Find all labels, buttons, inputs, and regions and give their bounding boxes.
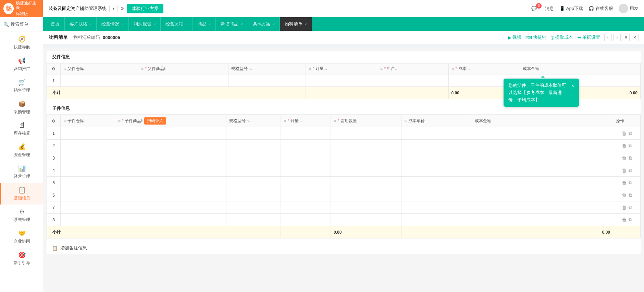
tab-operations[interactable]: 经营情况× bbox=[97, 17, 128, 31]
child-goods-6[interactable] bbox=[115, 189, 226, 201]
child-qty-8[interactable] bbox=[281, 214, 331, 226]
search-menu-button[interactable]: 🔍 搜索菜单 bbox=[3, 20, 39, 29]
child-spec-4[interactable] bbox=[226, 164, 281, 177]
child-required-qty-1[interactable] bbox=[331, 127, 401, 140]
sidebar-item-finance[interactable]: 💰资金管理 bbox=[0, 140, 43, 161]
sidebar-item-enterprise[interactable]: 🤝企业协同 bbox=[0, 226, 43, 248]
child-unit-cost-3[interactable] bbox=[401, 152, 472, 164]
sidebar-item-sales[interactable]: 🛒销售管理 bbox=[0, 75, 43, 97]
child-cost-amount-4[interactable] bbox=[472, 164, 613, 177]
child-required-qty-3[interactable] bbox=[331, 152, 401, 164]
app-download-btn[interactable]: 📱 App下载 bbox=[559, 5, 583, 12]
delete-icon-3[interactable]: 🗑 bbox=[622, 155, 627, 161]
child-required-qty-7[interactable] bbox=[331, 201, 401, 214]
parent-warehouse-1[interactable] bbox=[61, 74, 138, 87]
child-unit-cost-8[interactable] bbox=[401, 214, 472, 226]
message-btn[interactable]: 💬 6 消息 bbox=[531, 5, 554, 12]
child-cost-amount-1[interactable] bbox=[472, 127, 613, 140]
child-warehouse-6[interactable] bbox=[61, 189, 115, 201]
child-qty-3[interactable] bbox=[281, 152, 331, 164]
child-qty-1[interactable] bbox=[281, 127, 331, 140]
tab-history[interactable]: 经营历程× bbox=[161, 17, 193, 31]
user-area[interactable]: 用友 bbox=[619, 4, 639, 13]
child-goods-1[interactable] bbox=[115, 127, 226, 140]
child-cost-amount-5[interactable] bbox=[472, 177, 613, 189]
tab-home[interactable]: 首页 bbox=[46, 17, 65, 31]
child-goods-4[interactable] bbox=[115, 164, 226, 177]
copy-icon-6[interactable]: ⧉ bbox=[629, 192, 632, 198]
tab-close-barcode[interactable]: × bbox=[273, 22, 275, 26]
child-goods-3[interactable] bbox=[115, 152, 226, 164]
next-page-btn[interactable]: › bbox=[613, 34, 621, 41]
child-spec-1[interactable] bbox=[226, 127, 281, 140]
tab-barcode[interactable]: 条码方案× bbox=[248, 17, 280, 31]
delete-icon-1[interactable]: 🗑 bbox=[622, 131, 627, 136]
extract-cost-btn[interactable]: ◎ 提取成本 bbox=[550, 34, 573, 40]
copy-icon-7[interactable]: ⧉ bbox=[629, 205, 632, 210]
tab-close-bom[interactable]: × bbox=[305, 22, 307, 26]
tab-profit[interactable]: 利润报告× bbox=[129, 17, 161, 31]
child-required-qty-4[interactable] bbox=[331, 164, 401, 177]
single-setting-btn[interactable]: ☰ 单据设置 bbox=[577, 34, 600, 40]
child-goods-8[interactable] bbox=[115, 214, 226, 226]
copy-icon-8[interactable]: ⧉ bbox=[629, 217, 632, 223]
child-spec-2[interactable] bbox=[226, 140, 281, 152]
copy-icon-1[interactable]: ⧉ bbox=[629, 130, 632, 136]
child-warehouse-8[interactable] bbox=[61, 214, 115, 226]
child-goods-5[interactable] bbox=[115, 177, 226, 189]
menu-btn[interactable]: ≡ bbox=[622, 34, 630, 41]
online-service-btn[interactable]: 🎧 在线客服 bbox=[589, 5, 613, 12]
sidebar-item-basic_info[interactable]: 📋基础信息 bbox=[0, 183, 43, 205]
tab-close-history[interactable]: × bbox=[185, 22, 187, 26]
copy-icon-5[interactable]: ⧉ bbox=[629, 180, 632, 186]
child-spec-6[interactable] bbox=[226, 189, 281, 201]
dropdown-btn[interactable]: ▾ bbox=[109, 5, 117, 12]
view-btn[interactable]: ▶ 视频 bbox=[508, 34, 521, 40]
child-warehouse-3[interactable] bbox=[61, 152, 115, 164]
child-cost-amount-2[interactable] bbox=[472, 140, 613, 152]
child-col-setting[interactable]: ⚙ bbox=[47, 115, 61, 127]
child-goods-7[interactable] bbox=[115, 201, 226, 214]
close-page-btn[interactable]: ✕ bbox=[631, 34, 639, 41]
tab-new_goods[interactable]: 新增商品× bbox=[216, 17, 248, 31]
delete-icon-8[interactable]: 🗑 bbox=[622, 217, 627, 223]
settings-icon[interactable]: ⚙ bbox=[120, 6, 124, 11]
delete-icon-2[interactable]: 🗑 bbox=[622, 143, 627, 149]
copy-icon-2[interactable]: ⧉ bbox=[629, 143, 632, 149]
child-goods-2[interactable] bbox=[115, 140, 226, 152]
child-required-qty-5[interactable] bbox=[331, 177, 401, 189]
tab-goods[interactable]: 商品× bbox=[193, 17, 216, 31]
parent-spec-1[interactable] bbox=[228, 74, 306, 87]
bottom-tab[interactable]: 📋 增加备注信息 bbox=[47, 242, 641, 254]
delete-icon-4[interactable]: 🗑 bbox=[622, 168, 627, 173]
tab-close-customer[interactable]: × bbox=[89, 22, 91, 26]
delete-icon-6[interactable]: 🗑 bbox=[622, 192, 627, 198]
tab-close-new_goods[interactable]: × bbox=[240, 22, 243, 26]
tab-close-goods[interactable]: × bbox=[209, 22, 211, 26]
sidebar-item-purchase[interactable]: 📦采购管理 bbox=[0, 97, 43, 118]
child-warehouse-7[interactable] bbox=[61, 201, 115, 214]
child-warehouse-2[interactable] bbox=[61, 140, 115, 152]
child-qty-4[interactable] bbox=[281, 164, 331, 177]
child-cost-amount-8[interactable] bbox=[472, 214, 613, 226]
child-required-qty-6[interactable] bbox=[331, 189, 401, 201]
trial-button[interactable]: 体验行业方案 bbox=[127, 4, 163, 13]
parent-col-setting[interactable]: ⚙ bbox=[47, 63, 61, 74]
child-cost-amount-6[interactable] bbox=[472, 189, 613, 201]
child-spec-8[interactable] bbox=[226, 214, 281, 226]
child-cost-amount-7[interactable] bbox=[472, 201, 613, 214]
child-unit-cost-4[interactable] bbox=[401, 164, 472, 177]
sidebar-item-operations_mgmt[interactable]: 📊经营管理 bbox=[0, 161, 43, 183]
child-required-qty-8[interactable] bbox=[331, 214, 401, 226]
child-spec-7[interactable] bbox=[226, 201, 281, 214]
child-spec-3[interactable] bbox=[226, 152, 281, 164]
sidebar-item-inventory[interactable]: 🗄库存核算 bbox=[0, 118, 43, 140]
parent-qty-1[interactable] bbox=[306, 74, 377, 87]
parent-goods-1[interactable] bbox=[138, 74, 228, 87]
child-qty-2[interactable] bbox=[281, 140, 331, 152]
child-unit-cost-6[interactable] bbox=[401, 189, 472, 201]
delete-icon-7[interactable]: 🗑 bbox=[622, 205, 627, 210]
child-unit-cost-5[interactable] bbox=[401, 177, 472, 189]
child-warehouse-5[interactable] bbox=[61, 177, 115, 189]
tab-bom[interactable]: 物料清单× bbox=[280, 17, 312, 31]
